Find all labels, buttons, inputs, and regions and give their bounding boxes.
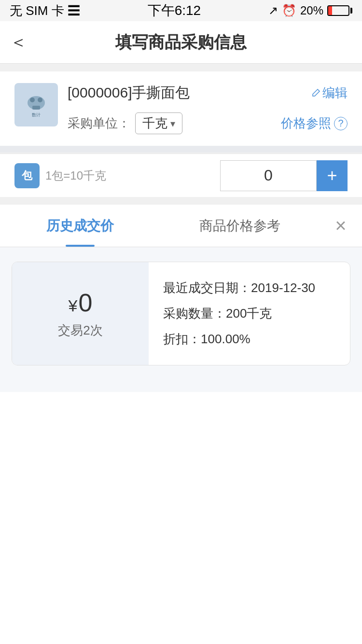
history-content: ¥0 交易2次 最近成交日期：2019-12-30 采购数量：200千克 折扣：… <box>0 247 362 392</box>
nav-bar: ＜ 填写商品采购信息 <box>0 21 362 64</box>
tab-history[interactable]: 历史成交价 <box>0 205 160 247</box>
tabs-section: 历史成交价 商品价格参考 × ¥0 交易2次 最近成交日期：2019-12-30 <box>0 205 362 392</box>
product-thumbnail: 数计 <box>14 83 58 126</box>
tab-close-button[interactable]: × <box>320 205 362 247</box>
product-info: [0000006]手撕面包 编辑 采购单位： 千克 ▾ <box>68 83 348 134</box>
quantity-section: 包 1包=10千克 + <box>0 154 362 197</box>
unit-value: 千克 <box>142 115 167 132</box>
price-ref-label: 价格参照 <box>281 115 331 132</box>
location-icon: ↗ <box>268 4 278 17</box>
battery-percent: 20% <box>300 4 323 17</box>
card-trades: 交易2次 <box>58 322 102 339</box>
tab-history-label: 历史成交价 <box>46 217 114 235</box>
edit-icon <box>311 88 320 98</box>
card-left: ¥0 交易2次 <box>12 262 149 365</box>
card-price: ¥0 <box>69 288 93 317</box>
card-qty-row: 采购数量：200千克 <box>163 305 335 322</box>
back-icon: ＜ <box>10 32 27 52</box>
status-left-text: 无 SIM 卡 ☰ <box>10 3 80 18</box>
qty-left: 包 1包=10千克 <box>14 163 106 188</box>
status-bar: 无 SIM 卡 ☰ 下午6:12 ↗ ⏰ 20% <box>0 0 362 21</box>
unit-badge: 包 <box>14 163 40 188</box>
edit-button[interactable]: 编辑 <box>311 84 348 101</box>
battery-tip <box>350 8 352 14</box>
battery-icon <box>327 5 352 16</box>
status-time: 下午6:12 <box>148 1 201 20</box>
discount-value: 100.00% <box>201 332 251 346</box>
edit-label: 编辑 <box>322 84 348 101</box>
plus-icon: + <box>327 166 337 186</box>
tab-reference[interactable]: 商品价格参考 <box>160 205 320 247</box>
tab-active-indicator <box>66 245 95 247</box>
battery-body <box>327 5 349 16</box>
discount-label: 折扣： <box>163 332 201 346</box>
product-id: [0000006] <box>68 84 132 100</box>
help-icon: ? <box>334 117 348 130</box>
time-display: 下午6:12 <box>148 3 201 18</box>
card-right: 最近成交日期：2019-12-30 采购数量：200千克 折扣：100.00% <box>149 262 350 365</box>
bottom-area <box>0 392 362 644</box>
status-right: ↗ ⏰ 20% <box>268 4 352 17</box>
alarm-icon: ⏰ <box>282 4 296 17</box>
svg-text:数计: 数计 <box>32 112 41 117</box>
product-name-row: [0000006]手撕面包 编辑 <box>68 83 348 103</box>
date-value: 2019-12-30 <box>251 280 315 295</box>
qty-plus-button[interactable]: + <box>317 160 348 191</box>
unit-left: 采购单位： 千克 ▾ <box>68 112 182 134</box>
card-discount-row: 折扣：100.00% <box>163 331 335 348</box>
date-label: 最近成交日期： <box>163 280 251 295</box>
product-row: 数计 [0000006]手撕面包 编辑 采购单位： 千克 <box>14 83 348 134</box>
svg-point-2 <box>38 98 42 102</box>
qty-label: 采购数量： <box>163 306 226 321</box>
quantity-input[interactable] <box>220 160 317 191</box>
currency-symbol: ¥ <box>69 296 78 315</box>
product-name-text: 手撕面包 <box>132 84 190 100</box>
product-section: 数计 [0000006]手撕面包 编辑 采购单位： 千克 <box>0 71 362 146</box>
qty-right: + <box>220 160 348 191</box>
page-title: 填写商品采购信息 <box>115 31 247 54</box>
close-icon: × <box>335 215 346 237</box>
price-value: 0 <box>79 289 93 317</box>
product-name: [0000006]手撕面包 <box>68 83 190 103</box>
status-left: 无 SIM 卡 ☰ <box>10 2 80 19</box>
section-divider <box>0 146 362 153</box>
svg-rect-3 <box>32 106 40 110</box>
svg-point-1 <box>30 98 35 102</box>
unit-label: 采购单位： <box>68 115 130 132</box>
price-ref-button[interactable]: 价格参照 ? <box>281 115 348 132</box>
history-card: ¥0 交易2次 最近成交日期：2019-12-30 采购数量：200千克 折扣：… <box>12 262 350 365</box>
tab-reference-label: 商品价格参考 <box>199 217 280 235</box>
qty-conversion: 1包=10千克 <box>45 168 106 183</box>
card-date-row: 最近成交日期：2019-12-30 <box>163 280 335 296</box>
unit-badge-label: 包 <box>22 168 32 183</box>
back-button[interactable]: ＜ <box>10 30 27 54</box>
unit-selector[interactable]: 千克 ▾ <box>135 112 182 134</box>
dropdown-icon: ▾ <box>170 118 175 129</box>
product-logo: 数计 <box>22 90 51 119</box>
unit-row: 采购单位： 千克 ▾ 价格参照 ? <box>68 112 348 134</box>
qty-value: 200千克 <box>226 306 272 321</box>
tabs-header: 历史成交价 商品价格参考 × <box>0 205 362 247</box>
battery-fill <box>328 6 332 15</box>
